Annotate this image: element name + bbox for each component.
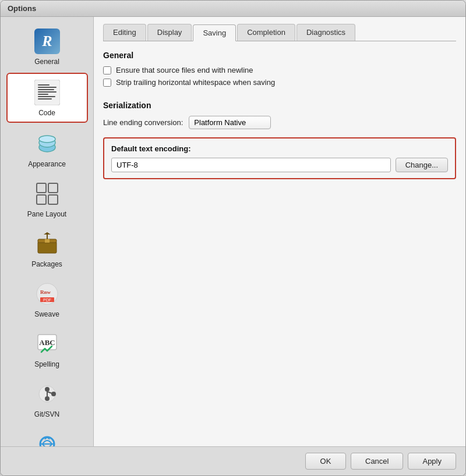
apply-button[interactable]: Apply <box>408 453 456 470</box>
svg-rect-6 <box>38 91 57 93</box>
main-panel: Editing Display Saving Completion Diagno… <box>94 17 465 446</box>
svg-rect-8 <box>38 96 55 97</box>
ok-button[interactable]: OK <box>305 453 346 470</box>
tab-diagnostics[interactable]: Diagnostics <box>296 24 355 41</box>
svg-rect-5 <box>38 89 54 90</box>
svg-rect-13 <box>37 183 46 193</box>
sidebar-item-publishing[interactable]: Publishing <box>6 425 88 446</box>
sidebar-item-pane-layout[interactable]: Pane Layout <box>6 175 88 223</box>
checkbox-whitespace-label: Strip trailing horizontal whitespace whe… <box>116 78 275 87</box>
svg-point-12 <box>39 136 55 143</box>
sidebar-appearance-label: Appearance <box>28 160 66 168</box>
sidebar-item-general[interactable]: R General <box>6 23 88 70</box>
svg-rect-15 <box>37 195 46 204</box>
serialization-title: Serialization <box>103 101 456 110</box>
checkbox-whitespace[interactable] <box>103 79 111 87</box>
sidebar-item-packages[interactable]: Packages <box>6 225 88 273</box>
svg-rect-9 <box>38 98 52 100</box>
sidebar-packages-label: Packages <box>31 260 62 268</box>
r-icon: R <box>33 27 61 55</box>
encoding-input[interactable] <box>111 158 391 172</box>
sidebar-item-spelling[interactable]: ABC Spelling <box>6 325 88 373</box>
packages-icon <box>33 230 61 258</box>
checkbox-row-whitespace: Strip trailing horizontal whitespace whe… <box>103 78 456 87</box>
svg-rect-19 <box>45 239 50 243</box>
code-icon <box>33 79 61 106</box>
svg-text:ABC: ABC <box>39 338 55 347</box>
pane-layout-icon <box>33 180 61 208</box>
sidebar-git-svn-label: Git/SVN <box>34 410 59 418</box>
svg-rect-7 <box>38 94 48 95</box>
svg-point-29 <box>45 387 50 392</box>
svg-text:Rnw: Rnw <box>40 289 51 295</box>
tab-saving[interactable]: Saving <box>193 24 236 41</box>
svg-rect-3 <box>38 84 50 86</box>
change-button[interactable]: Change... <box>396 158 448 172</box>
tab-editing[interactable]: Editing <box>103 24 146 41</box>
checkbox-newline[interactable] <box>103 66 111 74</box>
git-svn-icon <box>33 380 61 408</box>
serialization-section: Serialization Line ending conversion: Pl… <box>103 101 456 137</box>
line-ending-select[interactable]: Platform Native Windows (CR/LF) POSIX (L… <box>189 116 271 129</box>
appearance-icon <box>33 130 61 158</box>
sidebar-sweave-label: Sweave <box>34 310 59 318</box>
tab-bar: Editing Display Saving Completion Diagno… <box>103 24 456 41</box>
encoding-row: Change... <box>111 158 448 172</box>
svg-point-30 <box>45 396 50 401</box>
line-ending-select-wrapper: Platform Native Windows (CR/LF) POSIX (L… <box>189 116 271 129</box>
encoding-box: Default text encoding: Change... <box>103 137 456 179</box>
svg-marker-21 <box>44 232 51 235</box>
svg-rect-16 <box>48 195 58 204</box>
sidebar-code-label: Code <box>38 109 55 117</box>
sidebar: R General <box>1 17 94 446</box>
sidebar-item-code[interactable]: Code <box>6 73 88 123</box>
sidebar-spelling-label: Spelling <box>34 360 59 368</box>
sidebar-item-git-svn[interactable]: Git/SVN <box>6 375 88 423</box>
cancel-button[interactable]: Cancel <box>351 453 403 470</box>
sidebar-item-sweave[interactable]: Rnw PDF Sweave <box>6 275 88 323</box>
line-ending-label: Line ending conversion: <box>103 118 183 127</box>
options-dialog: Options R <box>0 0 466 476</box>
svg-point-34 <box>40 437 54 446</box>
svg-rect-17 <box>38 241 57 253</box>
svg-rect-4 <box>38 87 57 88</box>
publishing-icon <box>33 430 61 446</box>
checkbox-row-newline: Ensure that source files end with newlin… <box>103 66 456 74</box>
sidebar-pane-layout-label: Pane Layout <box>27 210 66 218</box>
line-ending-row: Line ending conversion: Platform Native … <box>103 116 456 129</box>
checkbox-newline-label: Ensure that source files end with newlin… <box>116 66 253 74</box>
bottom-bar: OK Cancel Apply <box>1 446 465 475</box>
content-area: R General <box>1 17 465 446</box>
spelling-icon: ABC <box>33 330 61 358</box>
encoding-section-label: Default text encoding: <box>111 144 448 153</box>
dialog-title: Options <box>8 4 36 13</box>
tab-display[interactable]: Display <box>147 24 192 41</box>
sidebar-item-appearance[interactable]: Appearance <box>6 125 88 173</box>
title-bar: Options <box>1 1 465 17</box>
svg-text:R: R <box>41 33 52 49</box>
sweave-icon: Rnw PDF <box>33 280 61 308</box>
general-section-title: General <box>103 51 456 60</box>
sidebar-general-label: General <box>34 58 59 66</box>
svg-text:PDF: PDF <box>43 298 51 302</box>
tab-completion[interactable]: Completion <box>237 24 295 41</box>
svg-rect-14 <box>48 183 58 193</box>
